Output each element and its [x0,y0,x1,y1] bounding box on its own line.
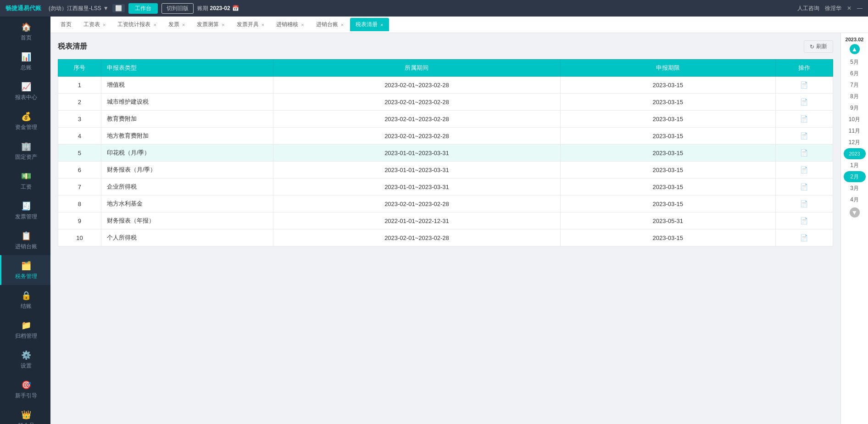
sidebar-item-archive[interactable]: 📁 归档管理 [0,315,50,345]
panel-month-item[interactable]: 6月 [844,68,866,79]
panel-month-item[interactable]: 2月 [844,171,866,182]
cell-action[interactable]: 📄 [775,229,833,246]
cell-action[interactable]: 📄 [775,145,833,162]
tab-payroll-stats[interactable]: 工资统计报表 × [112,18,161,31]
action-icon[interactable]: 📄 [800,81,808,89]
action-icon[interactable]: 📄 [800,149,808,156]
col-header-deadline: 申报期限 [560,60,775,77]
cell-period: 2023-01-01~2023-03-31 [273,162,561,179]
sidebar-item-reports[interactable]: 📈 报表中心 [0,76,50,106]
tab-close-purchase-review[interactable]: × [301,22,304,28]
tab-purchase-ledger[interactable]: 进销台账 × [311,18,349,31]
close-icon[interactable]: ✕ [847,5,851,11]
action-icon[interactable]: 📄 [800,217,808,224]
cell-no: 4 [58,128,101,145]
action-icon[interactable]: 📄 [800,132,808,139]
tab-tax-clear[interactable]: 税表清册 × [350,18,389,31]
sidebar-item-assets[interactable]: 🏢 固定资产 [0,136,50,166]
cell-action[interactable]: 📄 [775,77,833,94]
tab-close-invoices[interactable]: × [182,22,185,28]
panel-month-item[interactable]: 5月 [844,56,866,67]
action-icon[interactable]: 📄 [800,200,808,207]
reports-icon: 📈 [21,82,31,92]
tab-purchase-review[interactable]: 进销稽核 × [271,18,309,31]
panel-month-item[interactable]: 1月 [844,160,866,171]
sidebar-item-settings[interactable]: ⚙️ 设置 [0,345,50,374]
minimize-icon[interactable]: — [857,5,862,11]
table-row: 10 个人所得税 2023-02-01~2023-02-28 2023-03-1… [58,229,833,246]
panel-month-item[interactable]: 4月 [844,194,866,205]
action-icon[interactable]: 📄 [800,115,808,123]
action-icon[interactable]: 📄 [800,98,808,106]
purchases-icon: 📋 [21,231,31,241]
panel-year-marker[interactable]: 2023 [844,148,866,159]
sidebar-item-guide[interactable]: 🎯 新手引导 [0,374,50,404]
cell-action[interactable]: 📄 [775,195,833,212]
tab-home[interactable]: 首页 [55,18,77,31]
sidebar-item-funds[interactable]: 💰 资金管理 [0,106,50,136]
tab-close-payroll[interactable]: × [103,22,106,28]
tab-close-purchase-ledger[interactable]: × [341,22,344,28]
panel-down-button[interactable]: ▼ [850,207,860,218]
sidebar-item-home[interactable]: 🏠 首页 [0,17,50,46]
member-icon: 👑 [21,410,31,420]
company-selector[interactable]: (勿动）江西服垦-LSS ▼ [49,5,109,12]
cell-type: 个人所得税 [101,229,273,246]
cell-type: 财务报表（月/季） [101,162,273,179]
tab-payroll[interactable]: 工资表 × [78,18,111,31]
cell-no: 9 [58,212,101,229]
cell-period: 2023-02-01~2023-02-28 [273,128,561,145]
panel-month-item[interactable]: 3月 [844,183,866,194]
cell-no: 3 [58,111,101,128]
action-icon[interactable]: 📄 [800,234,808,241]
tab-invoices[interactable]: 发票 × [163,18,190,31]
sidebar-label-archive: 归档管理 [15,332,37,340]
tab-close-tax-clear[interactable]: × [380,22,383,28]
cell-action[interactable]: 📄 [775,179,833,195]
cell-action[interactable]: 📄 [775,212,833,229]
panel-month-item[interactable]: 8月 [844,91,866,102]
cell-type: 教育费附加 [101,111,273,128]
cell-type: 地方水利基金 [101,195,273,212]
copy-icon-btn[interactable]: ⬜ [112,4,125,12]
sidebar-label-guide: 新手引导 [15,392,37,400]
switch-old-button[interactable]: 切到旧版 [161,3,194,14]
panel-month-item[interactable]: 10月 [844,114,866,125]
sidebar-item-payroll[interactable]: 💵 工资 [0,166,50,195]
sidebar-item-member[interactable]: 👑 畅会员 [0,404,50,424]
table-row: 1 增值税 2023-02-01~2023-02-28 2023-03-15 📄 [58,77,833,94]
sidebar-item-closing[interactable]: 🔒 结账 [0,285,50,315]
panel-month-item[interactable]: 12月 [844,137,866,148]
page-main: 税表清册 ↻ 刷新 序号 申报表类型 所属期间 申报期限 操作 [50,33,840,424]
action-icon[interactable]: 📄 [800,166,808,173]
cell-action[interactable]: 📄 [775,162,833,179]
consultant-btn[interactable]: 人工咨询 [797,5,819,12]
sidebar-item-invoices[interactable]: 🧾 发票管理 [0,195,50,225]
guide-icon: 🎯 [21,380,31,390]
sidebar-label-funds: 资金管理 [15,123,37,131]
cell-type: 印花税（月/季） [101,145,273,162]
sidebar-item-ledger[interactable]: 📊 总账 [0,46,50,76]
refresh-button[interactable]: ↻ 刷新 [804,40,833,53]
tab-close-invoice-open[interactable]: × [262,22,264,28]
panel-up-button[interactable]: ▲ [850,44,860,54]
sidebar-item-purchases[interactable]: 📋 进销台账 [0,225,50,255]
tab-invoice-open[interactable]: 发票开具 × [231,18,270,31]
cell-action[interactable]: 📄 [775,111,833,128]
cell-no: 2 [58,94,101,111]
panel-month-item[interactable]: 7月 [844,79,866,90]
panel-month-item[interactable]: 9月 [844,102,866,113]
sidebar-label-closing: 结账 [21,302,32,310]
table-row: 3 教育费附加 2023-02-01~2023-02-28 2023-03-15… [58,111,833,128]
tab-close-invoice-calc[interactable]: × [222,22,224,28]
action-icon[interactable]: 📄 [800,183,808,190]
tax-icon: 🗂️ [21,261,31,271]
tab-close-payroll-stats[interactable]: × [153,22,156,28]
tab-invoice-calc[interactable]: 发票测算 × [191,18,230,31]
cell-action[interactable]: 📄 [775,128,833,145]
panel-month-item[interactable]: 11月 [844,125,866,136]
sidebar-item-tax[interactable]: 🗂️ 税务管理 [0,255,50,285]
workbench-button[interactable]: 工作台 [128,3,158,14]
table-row: 6 财务报表（月/季） 2023-01-01~2023-03-31 2023-0… [58,162,833,179]
cell-action[interactable]: 📄 [775,94,833,111]
